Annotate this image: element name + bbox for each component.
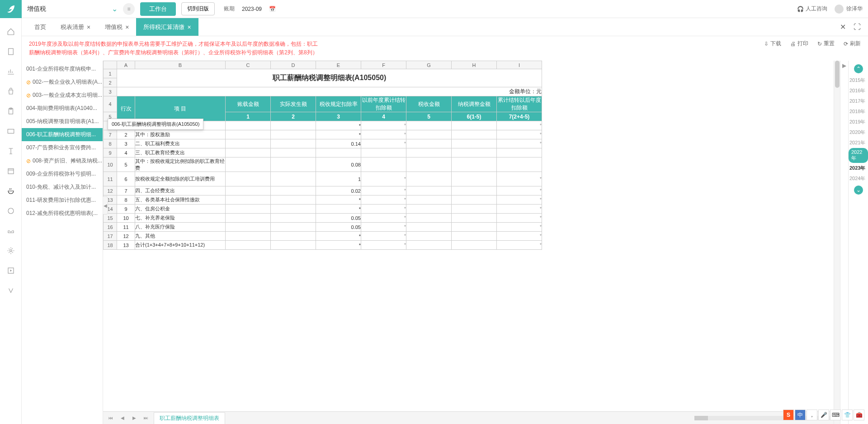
consult-link[interactable]: 🎧 人工咨询 bbox=[797, 5, 827, 13]
year-scroll-down[interactable]: ⌄ bbox=[854, 186, 863, 195]
nav-card[interactable] bbox=[6, 127, 15, 136]
row-header[interactable]: 15 bbox=[104, 214, 117, 223]
cell-c7[interactable]: * bbox=[497, 139, 542, 148]
cell-c3[interactable]: 0.05 bbox=[316, 214, 361, 223]
cell-c6[interactable] bbox=[452, 223, 497, 232]
cell-c7[interactable]: * bbox=[497, 232, 542, 241]
ime-keyboard-icon[interactable]: ⌨ bbox=[830, 410, 841, 420]
ime-lang[interactable]: 中 bbox=[795, 410, 806, 420]
form-list-item[interactable]: 012-减免所得税优惠明细表(... bbox=[22, 207, 103, 220]
nav-text[interactable] bbox=[6, 147, 15, 156]
cell-rownum[interactable]: 8 bbox=[117, 195, 135, 205]
cell-c5[interactable] bbox=[406, 214, 452, 223]
col-G[interactable]: G bbox=[406, 61, 452, 69]
year-item[interactable]: 2017年 bbox=[849, 96, 868, 106]
sheet-nav-last[interactable]: ⏭ bbox=[142, 414, 150, 422]
ime-punct[interactable]: ， bbox=[807, 410, 817, 420]
cell-item[interactable]: 七、补充养老保险 bbox=[135, 214, 226, 223]
switch-old-button[interactable]: 切到旧版 bbox=[181, 2, 215, 15]
ime-skin-icon[interactable]: 👕 bbox=[842, 410, 853, 420]
cell-c2[interactable] bbox=[271, 214, 316, 223]
cell-rownum[interactable]: 13 bbox=[117, 241, 135, 250]
nav-bag[interactable] bbox=[6, 87, 15, 96]
cell-c3[interactable]: * bbox=[316, 205, 361, 214]
cell-c4[interactable] bbox=[361, 157, 406, 172]
close-all-tabs-button[interactable]: ✕ bbox=[837, 22, 848, 33]
cell-c4[interactable]: * bbox=[361, 139, 406, 148]
cell-c4[interactable]: * bbox=[361, 214, 406, 223]
col-H[interactable]: H bbox=[452, 61, 497, 69]
cell-c4[interactable]: * bbox=[361, 232, 406, 241]
cell-c6[interactable] bbox=[452, 214, 497, 223]
cell-item[interactable]: 四、工会经费支出 bbox=[135, 186, 226, 195]
cell-c1[interactable] bbox=[226, 186, 271, 195]
nav-v[interactable] bbox=[6, 286, 15, 295]
cell-c3[interactable]: * bbox=[316, 130, 361, 139]
cell-rownum[interactable]: 10 bbox=[117, 214, 135, 223]
cell-c2[interactable] bbox=[271, 241, 316, 250]
cell-c7[interactable] bbox=[497, 148, 542, 157]
cell-c5[interactable] bbox=[406, 232, 452, 241]
year-item[interactable]: 2019年 bbox=[849, 117, 868, 127]
cell-c2[interactable] bbox=[271, 205, 316, 214]
cell-rownum[interactable]: 3 bbox=[117, 139, 135, 148]
cell-c5[interactable] bbox=[406, 186, 452, 195]
form-list-item[interactable]: ⊘002-一般企业收入明细表(A... bbox=[22, 76, 103, 89]
expand-right-handle[interactable]: ▶ bbox=[840, 61, 848, 424]
cell-c1[interactable] bbox=[226, 121, 271, 130]
scrollbar-thumb[interactable] bbox=[694, 416, 708, 420]
cell-c6[interactable] bbox=[452, 121, 497, 130]
cell-c6[interactable] bbox=[452, 195, 497, 205]
tab[interactable]: 所得税汇算清缴× bbox=[136, 18, 198, 36]
form-list-item[interactable]: 009-企业所得税弥补亏损明... bbox=[22, 167, 103, 181]
cell-c2[interactable] bbox=[271, 121, 316, 130]
nav-coin[interactable] bbox=[6, 206, 15, 215]
cell-rownum[interactable]: 7 bbox=[117, 186, 135, 195]
tax-type-selector[interactable]: 增值税 ⌄ bbox=[27, 5, 118, 13]
cell-c1[interactable] bbox=[226, 195, 271, 205]
cell-rownum[interactable]: 11 bbox=[117, 223, 135, 232]
cell-c3[interactable]: 1 bbox=[316, 172, 361, 186]
cell-c1[interactable] bbox=[226, 130, 271, 139]
row-2[interactable]: 2 bbox=[104, 78, 117, 87]
nav-calendar[interactable] bbox=[6, 167, 15, 176]
cell-c3[interactable]: * bbox=[316, 121, 361, 130]
nav-chart[interactable] bbox=[6, 67, 15, 76]
tab[interactable]: 首页 bbox=[27, 18, 53, 36]
cell-c5[interactable] bbox=[406, 172, 452, 186]
nav-doc[interactable] bbox=[6, 47, 15, 56]
cell-c4[interactable]: * bbox=[361, 186, 406, 195]
print-button[interactable]: 🖨打印 bbox=[790, 40, 808, 48]
workbench-button[interactable]: 工作台 bbox=[140, 2, 176, 16]
vscroll-thumb[interactable] bbox=[835, 61, 840, 88]
cell-rownum[interactable]: 5 bbox=[117, 157, 135, 172]
cell-c2[interactable] bbox=[271, 186, 316, 195]
col-I[interactable]: I bbox=[497, 61, 542, 69]
row-4[interactable]: 4 bbox=[104, 96, 117, 112]
cell-rownum[interactable]: 9 bbox=[117, 205, 135, 214]
cell-item[interactable]: 合计(1+3+4+7+8+9+10+11+12) bbox=[135, 241, 226, 250]
expand-tabs-button[interactable]: ⛶ bbox=[852, 22, 863, 33]
row-header[interactable]: 17 bbox=[104, 232, 117, 241]
cell-c6[interactable] bbox=[452, 232, 497, 241]
reset-button[interactable]: ↻重置 bbox=[817, 40, 835, 48]
sheet-nav-next[interactable]: ▶ bbox=[130, 414, 138, 422]
cell-c1[interactable] bbox=[226, 223, 271, 232]
cell-c1[interactable] bbox=[226, 241, 271, 250]
cell-c5[interactable] bbox=[406, 157, 452, 172]
cell-c1[interactable] bbox=[226, 157, 271, 172]
cell-c6[interactable] bbox=[452, 241, 497, 250]
form-list-item[interactable]: ⊘008-资产折旧、摊销及纳税... bbox=[22, 154, 103, 167]
cell-c6[interactable] bbox=[452, 157, 497, 172]
form-list-item[interactable]: 006-职工薪酬纳税调整明细... bbox=[22, 128, 103, 141]
cell-c1[interactable] bbox=[226, 148, 271, 157]
cell-c5[interactable] bbox=[406, 223, 452, 232]
cell-c3[interactable]: * bbox=[316, 241, 361, 250]
cell-c3[interactable]: * bbox=[316, 232, 361, 241]
tab[interactable]: 税表清册× bbox=[53, 18, 98, 36]
cell-item[interactable]: 五、各类基本社会保障性缴款 bbox=[135, 195, 226, 205]
tab-close-icon[interactable]: × bbox=[87, 24, 90, 31]
year-item[interactable]: 2020年 bbox=[849, 127, 868, 138]
nav-inbox[interactable] bbox=[6, 226, 15, 235]
cell-item[interactable]: 三、职工教育经费支出 bbox=[135, 148, 226, 157]
